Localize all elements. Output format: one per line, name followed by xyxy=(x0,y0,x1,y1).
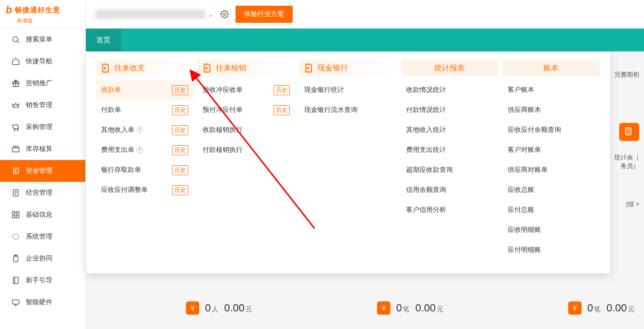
clip-icon xyxy=(11,254,20,263)
sidebar-item-4[interactable]: 采购管理 xyxy=(0,116,85,138)
flyout-item-0-4[interactable]: 银行存取款单历史 xyxy=(96,160,193,180)
flyout-header-title: 现金银行 xyxy=(317,63,348,73)
history-tag[interactable]: 历史 xyxy=(172,165,188,175)
stat-icon: ¥ xyxy=(377,301,390,315)
flyout-item-1-0[interactable]: 预收冲应收单历史 xyxy=(198,80,295,100)
tabbar: 首页 xyxy=(86,29,644,51)
sidebar-item-label: 快捷导航 xyxy=(26,57,52,66)
svg-rect-7 xyxy=(17,211,19,214)
flyout-item-label: 预收冲应收单 xyxy=(203,86,243,94)
history-tag[interactable]: 历史 xyxy=(172,85,188,95)
sidebar-item-label: 库存核算 xyxy=(26,145,52,153)
sidebar-item-0[interactable]: 搜索菜单 xyxy=(0,29,85,50)
flyout-header-title: 往来核销 xyxy=(216,63,246,73)
flyout-item-4-0[interactable]: 客户账本 xyxy=(503,80,600,100)
flyout-header-title: 统计报表 xyxy=(434,63,465,73)
flyout-item-3-0[interactable]: 收款情况统计 xyxy=(401,80,498,100)
sidebar-item-1[interactable]: 快捷导航 xyxy=(0,50,85,72)
gear-icon[interactable] xyxy=(220,10,229,19)
flyout-header-2: 现金银行 xyxy=(299,60,396,76)
flyout-header-title: 往来收支 xyxy=(114,63,145,73)
sidebar-item-label: 企业协同 xyxy=(26,254,52,263)
flyout-item-4-7[interactable]: 应收明细账 xyxy=(503,220,600,240)
sidebar-item-label: 采购管理 xyxy=(26,123,52,131)
flyout-item-2-0[interactable]: 现金银行统计 xyxy=(299,80,396,100)
flyout-item-label: 客户账本 xyxy=(508,86,534,94)
sidebar: b 畅捷通好生意 标准版 搜索菜单快捷导航营销推广销售管理采购管理库存核算资金管… xyxy=(0,0,86,329)
sidebar-item-11[interactable]: 新手引导 xyxy=(0,269,85,291)
grid-icon xyxy=(11,210,20,219)
stat-icon: ¥ xyxy=(186,301,199,315)
flyout-item-1-2[interactable]: 收款核销执行 xyxy=(198,120,295,140)
flyout-item-4-1[interactable]: 供应商账本 xyxy=(503,100,600,120)
bg-stat-0: ¥0人0.00元 xyxy=(186,301,252,315)
help-icon[interactable]: ? xyxy=(136,127,143,133)
flyout-item-3-3[interactable]: 费用支出统计 xyxy=(401,140,498,160)
doc-icon xyxy=(303,63,314,73)
bg-stat-2: ¥0笔0.00元 xyxy=(568,301,634,315)
flyout-item-label: 应收明细账 xyxy=(508,226,541,234)
flyout-item-0-0[interactable]: 收款单历史 xyxy=(96,80,193,100)
history-tag[interactable]: 历史 xyxy=(274,85,290,95)
sidebar-item-5[interactable]: 库存核算 xyxy=(0,138,85,160)
flyout-item-3-1[interactable]: 付款情况统计 xyxy=(401,100,498,120)
sidebar-item-7[interactable]: 经营管理 xyxy=(0,182,85,204)
flyout-item-4-4[interactable]: 供应商对账单 xyxy=(503,160,600,180)
flyout-item-0-2[interactable]: 其他收入单?历史 xyxy=(96,120,193,140)
flyout-item-1-3[interactable]: 付款核销执行 xyxy=(198,140,295,160)
flyout-header-1: 往来核销 xyxy=(198,60,295,76)
sidebar-item-label: 新手引导 xyxy=(26,276,52,285)
sidebar-item-2[interactable]: 营销推广 xyxy=(0,72,85,94)
tab-home[interactable]: 首页 xyxy=(86,29,121,51)
sidebar-item-label: 系统管理 xyxy=(26,232,52,241)
svg-point-3 xyxy=(14,130,15,130)
flyout-item-2-1[interactable]: 现金银行流水查询 xyxy=(299,100,396,120)
history-tag[interactable]: 历史 xyxy=(172,105,188,115)
bg-hint-report[interactable]: |报 > xyxy=(626,200,639,209)
industry-plan-button[interactable]: 体验行业方案 xyxy=(235,6,293,23)
history-tag[interactable]: 历史 xyxy=(172,125,188,135)
help-icon[interactable]: ? xyxy=(136,147,143,153)
flyout-item-1-1[interactable]: 预付冲应付单历史 xyxy=(198,100,295,120)
flyout-item-label: 现金银行流水查询 xyxy=(304,106,358,114)
flyout-item-4-6[interactable]: 应付总账 xyxy=(503,200,600,220)
org-name-blurred xyxy=(95,10,205,19)
flyout-item-4-2[interactable]: 应收应付余额查询 xyxy=(503,120,600,140)
bg-hint-setup[interactable]: 完善期初 xyxy=(614,70,639,79)
sidebar-item-label: 经营管理 xyxy=(26,189,52,197)
history-tag[interactable]: 历史 xyxy=(274,105,290,115)
flyout-item-4-5[interactable]: 应收总账 xyxy=(503,180,600,200)
svg-point-0 xyxy=(13,37,18,42)
topbar: ⌄ 体验行业方案 xyxy=(86,0,644,29)
search-icon xyxy=(11,35,20,44)
sidebar-item-3[interactable]: 销售管理 xyxy=(0,94,85,116)
doc-template-icon[interactable] xyxy=(619,123,639,141)
flyout-item-4-8[interactable]: 应付明细账 xyxy=(503,240,600,260)
flyout-item-3-2[interactable]: 其他收入统计 xyxy=(401,120,498,140)
tv-icon xyxy=(11,298,20,307)
flyout-item-3-6[interactable]: 客户信用分析 xyxy=(401,200,498,220)
flyout-item-0-1[interactable]: 付款单历史 xyxy=(96,100,193,120)
sidebar-item-8[interactable]: 基础信息 xyxy=(0,204,85,226)
flyout-item-3-5[interactable]: 信用余额查询 xyxy=(401,180,498,200)
flyout-item-label: 超期应收款查询 xyxy=(406,166,453,174)
flyout-item-4-3[interactable]: 客户对账单 xyxy=(503,140,600,160)
logo-area: b 畅捷通好生意 标准版 xyxy=(0,0,85,29)
flyout-item-3-4[interactable]: 超期应收款查询 xyxy=(401,160,498,180)
history-tag[interactable]: 历史 xyxy=(172,185,188,195)
flyout-item-0-3[interactable]: 费用支出单?历史 xyxy=(96,140,193,160)
sidebar-item-10[interactable]: 企业协同 xyxy=(0,248,85,269)
edition-badge: 标准版 xyxy=(17,17,80,24)
flyout-item-label: 银行存取款单 xyxy=(101,166,141,174)
history-tag[interactable]: 历史 xyxy=(172,145,188,155)
sidebar-item-9[interactable]: 系统管理 xyxy=(0,226,85,248)
bg-hint-stats-line1[interactable]: 统计表（ xyxy=(614,154,639,161)
sidebar-item-12[interactable]: 智能硬件 xyxy=(0,291,85,313)
org-select[interactable]: ⌄ xyxy=(95,5,214,23)
logo-mark: b xyxy=(6,4,12,16)
flyout-item-0-5[interactable]: 应收应付调整单历史 xyxy=(96,180,193,200)
flyout-item-label: 客户信用分析 xyxy=(406,206,446,214)
sidebar-item-6[interactable]: 资金管理 xyxy=(0,160,85,182)
svg-point-15 xyxy=(224,13,226,15)
flyout-header-title: 账本 xyxy=(543,63,559,73)
